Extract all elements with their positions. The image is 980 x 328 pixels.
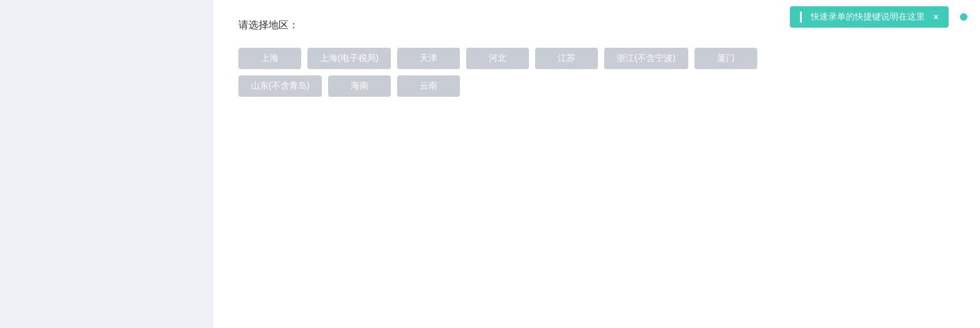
- region-button-shandong[interactable]: 山东(不含青岛): [238, 75, 322, 97]
- tooltip-close-button[interactable]: ×: [934, 12, 939, 22]
- region-button-zhejiang[interactable]: 浙江(不含宁波): [604, 48, 688, 69]
- region-button-tianjin[interactable]: 天津: [397, 48, 460, 69]
- region-button-yunnan[interactable]: 云南: [397, 75, 460, 97]
- region-button-hainan[interactable]: 海南: [328, 75, 391, 97]
- main-content: 请选择地区： 上海上海(电子税局)天津河北江苏浙江(不含宁波)厦门 山东(不含青…: [213, 0, 980, 328]
- region-button-shanghai-etax[interactable]: 上海(电子税局): [307, 48, 391, 69]
- tooltip-dot: [960, 13, 967, 21]
- region-button-xiamen[interactable]: 厦门: [695, 48, 757, 69]
- left-sidebar: [0, 0, 213, 328]
- tooltip-banner: 快速录单的快捷键说明在这里 ×: [790, 6, 949, 28]
- region-row-1: 上海上海(电子税局)天津河北江苏浙江(不含宁波)厦门: [238, 48, 955, 69]
- region-button-jiangsu[interactable]: 江苏: [535, 48, 598, 69]
- tooltip-label: 快速录单的快捷键说明在这里: [811, 11, 925, 23]
- region-row-2: 山东(不含青岛)海南云南: [238, 75, 955, 97]
- region-button-hebei[interactable]: 河北: [466, 48, 529, 69]
- region-button-shanghai[interactable]: 上海: [238, 48, 301, 69]
